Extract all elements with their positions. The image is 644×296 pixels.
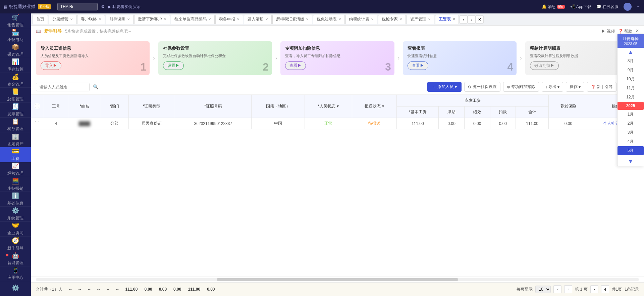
export-btn[interactable]: ↓ 导出 ▾ <box>542 82 563 92</box>
select-all-checkbox[interactable] <box>35 104 39 108</box>
sidebar-item-guide-menu[interactable]: 🧭 新手引导 <box>0 237 31 251</box>
scrollbar-thumb[interactable] <box>217 278 458 281</box>
sidebar-item-inventory[interactable]: 📊 库存核算 <box>0 58 31 73</box>
user-avatar[interactable] <box>624 3 632 11</box>
operate-btn[interactable]: 操作 ▾ <box>566 82 584 92</box>
month-up-btn[interactable]: ▲ <box>618 48 644 56</box>
sidebar-item-ecommerce[interactable]: 🏪 小畅电商 <box>0 28 31 43</box>
cell-emp-id: 4 <box>43 118 69 129</box>
sidebar-item-system[interactable]: ⚙️ 系统管理 <box>0 207 31 221</box>
close-tab-icon[interactable]: ✕ <box>371 17 374 21</box>
sidebar-item-salary[interactable]: 💳 工资 <box>0 147 31 162</box>
add-person-btn[interactable]: ＋ 添加人员 ▾ <box>427 82 462 92</box>
footer-dash-1: -- <box>69 287 72 292</box>
horizontal-scrollbar[interactable] <box>31 277 644 282</box>
more-btn[interactable]: ⋯ <box>637 4 641 9</box>
close-tab-icon[interactable]: ✕ <box>338 17 341 21</box>
close-tab-icon[interactable]: ✕ <box>428 17 431 21</box>
close-tab-icon[interactable]: ✕ <box>70 17 73 21</box>
app-download-btn[interactable]: 📲 App下载 <box>570 4 591 10</box>
tab-yao-qing[interactable]: 邀请下游客户 ✕ <box>134 15 170 24</box>
sidebar-item-purchase[interactable]: 📦 采购管理 <box>0 43 31 58</box>
tab-shui-jian[interactable]: 税检专家 ✕ <box>378 15 406 24</box>
step-2-btn[interactable]: 设置▶ <box>163 61 184 70</box>
last-page-btn[interactable]: ›| <box>601 285 609 293</box>
month-item-3[interactable]: 3月 <box>618 128 644 137</box>
month-item-1[interactable]: 1月 <box>618 110 644 119</box>
new-guide-btn[interactable]: ❓ 新手引导 <box>587 82 616 92</box>
tab-home[interactable]: 首页 <box>33 15 48 24</box>
sidebar-item-operation[interactable]: 📈 经营管理 <box>0 162 31 177</box>
month-item-5[interactable]: 5月 <box>618 146 644 155</box>
close-tab-icon[interactable]: ✕ <box>208 17 211 21</box>
page-size-select[interactable]: 10 20 50 <box>535 286 551 293</box>
sidebar-item-smart[interactable]: 🤖 智能管理 <box>0 251 31 266</box>
online-service-btn[interactable]: 💬 在线客服 <box>596 4 619 10</box>
special-deduct-btn[interactable]: ⊕ 专项附加扣除 <box>503 82 539 92</box>
month-item-10[interactable]: 10月 <box>618 75 644 84</box>
sidebar-item-basic[interactable]: ℹ️ 基础信息 <box>0 192 31 207</box>
sidebar-item-report[interactable]: 🧮 小畅报销 <box>0 177 31 192</box>
tab-shui-wu[interactable]: 税务申报 ✕ <box>215 15 243 24</box>
tab-gong-zi[interactable]: 工资表 ✕ <box>435 15 459 24</box>
step-4-btn[interactable]: 查看▶ <box>408 61 428 70</box>
month-item-2[interactable]: 2月 <box>618 119 644 128</box>
tab-yin-dao[interactable]: 引导说明 ✕ <box>106 15 133 24</box>
step-1-btn[interactable]: 导入▶ <box>41 61 61 70</box>
tab-wang-lai[interactable]: 往来单位商品编码 ✕ <box>171 15 215 24</box>
next-page-btn[interactable]: › <box>590 285 598 293</box>
month-item-11[interactable]: 11月 <box>618 84 644 93</box>
close-tab-icon[interactable]: ✕ <box>265 17 268 21</box>
first-page-btn[interactable]: |‹ <box>553 285 561 293</box>
month-down-btn[interactable]: ▼ <box>618 157 644 166</box>
tab-suo-de[interactable]: 所得税汇算清缴 ✕ <box>272 15 312 24</box>
search-input[interactable] <box>36 83 90 91</box>
close-tab-icon[interactable]: ✕ <box>399 17 402 21</box>
tab-ke-hu[interactable]: 客户联络 ✕ <box>77 15 105 24</box>
close-tab-icon[interactable]: ✕ <box>127 17 130 21</box>
close-tab-icon[interactable]: ✕ <box>237 17 239 21</box>
close-active-tab-icon[interactable]: ✕ <box>452 17 455 21</box>
sidebar-item-coop[interactable]: 🤝 企业协同 <box>0 222 31 237</box>
invoice-icon: 🧾 <box>12 103 19 110</box>
close-tab-icon[interactable]: ✕ <box>99 17 101 21</box>
unified-social-btn[interactable]: ⚙ 统一社保设置 <box>464 82 500 92</box>
close-guide-btn[interactable]: ✕ <box>636 29 639 34</box>
company-selector[interactable]: THA Ri <box>57 3 98 10</box>
tab-zi-chan[interactable]: 资产管理 ✕ <box>407 15 434 24</box>
tab-prev-btn[interactable]: ‹ <box>460 15 468 24</box>
sidebar-item-app-center[interactable]: 📱 应用中心 <box>0 266 31 281</box>
sidebar-item-finance[interactable]: 💰 资金管理 <box>0 73 31 88</box>
demo-link[interactable]: ▶ 我要看实例演示 <box>108 4 141 10</box>
messages-btn[interactable]: 🔔 消息 99+ <box>542 4 565 10</box>
close-tab-icon[interactable]: ✕ <box>306 17 309 21</box>
sidebar-item-tax[interactable]: 📋 税务管理 <box>0 118 31 132</box>
tab-shui-mian[interactable]: 税免波动表 ✕ <box>313 15 345 24</box>
month-item-8[interactable]: 8月 <box>618 56 644 66</box>
operate-dropdown-icon: ▾ <box>579 85 581 89</box>
table-footer: 合计共（1）人 -- -- -- -- -- -- 111.00 0.00 0.… <box>31 282 644 296</box>
tab-jin-ru[interactable]: 进入清册 ✕ <box>244 15 272 24</box>
sidebar-item-invoice[interactable]: 🧾 发票管理 <box>0 103 31 118</box>
tab-next-btn[interactable]: › <box>468 15 476 24</box>
month-item-9[interactable]: 9月 <box>618 66 644 75</box>
personal-social-btn[interactable]: 个人社保 <box>603 121 619 126</box>
close-tab-icon[interactable]: ✕ <box>164 17 166 21</box>
search-btn[interactable]: 🔍 <box>93 84 99 89</box>
gear-icon[interactable]: ⚙ <box>101 4 105 9</box>
month-item-4[interactable]: 4月 <box>618 137 644 146</box>
help-link[interactable]: ❓ 帮助 <box>618 29 632 34</box>
tab-fen-ceng[interactable]: 分层经营 ✕ <box>49 15 76 24</box>
video-link[interactable]: ▶ 视频 <box>601 29 614 34</box>
prev-page-btn[interactable]: ‹ <box>564 285 572 293</box>
sidebar-item-fixed[interactable]: 🏢 固定资产 <box>0 132 31 147</box>
month-item-12[interactable]: 12月 <box>618 93 644 102</box>
sidebar-item-sales[interactable]: 🛒 销售管理 <box>0 13 31 28</box>
step-3-btn[interactable]: 查看▶ <box>285 61 306 70</box>
tab-na-shui[interactable]: 纳税统计表 ✕ <box>345 15 377 24</box>
tab-close-all-btn[interactable]: ✕ <box>476 15 484 24</box>
step-5-btn[interactable]: 敬请期待▶ <box>530 61 559 70</box>
row-checkbox[interactable] <box>35 121 39 125</box>
sidebar-item-ledger[interactable]: 📒 总账管理 <box>0 88 31 102</box>
sidebar-item-settings[interactable]: ⚙️ <box>0 281 31 296</box>
